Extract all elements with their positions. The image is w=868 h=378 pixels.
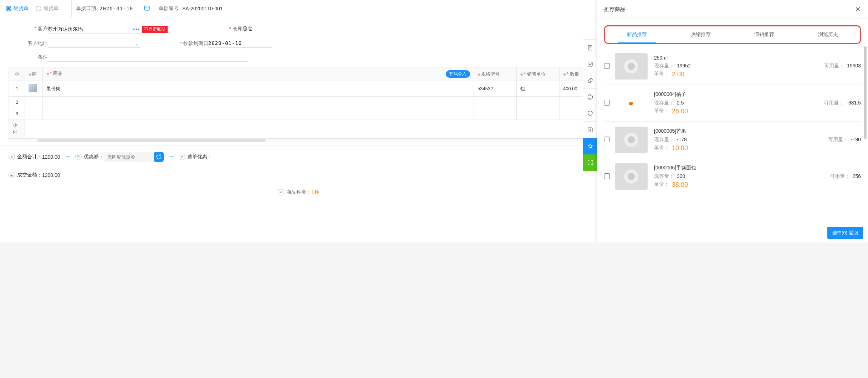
vertical-scrollbar[interactable]	[864, 46, 867, 139]
product-image	[615, 127, 648, 153]
product-row[interactable]: [0000004]橘子 现存量：2.5 可用量：-681.5 单价：28.00	[604, 85, 861, 122]
select-return-button[interactable]: 选中(0) 返回	[827, 227, 863, 239]
row-image	[25, 108, 43, 119]
sort-icon[interactable]: ◆	[46, 71, 49, 76]
due-date-input[interactable]	[208, 39, 272, 48]
row-unit[interactable]	[517, 97, 560, 108]
gear-icon[interactable]: ⚙	[15, 71, 19, 77]
table-row[interactable]: 1 果倍爽 534532 包 400.00	[9, 81, 588, 97]
recommend-drawer: 推荐商品 ✕ 新品推荐热销推荐滞销推荐浏览历史 250ml 现存量：19952 …	[597, 0, 868, 242]
col-unit: 销售单位	[524, 71, 546, 77]
product-list[interactable]: 250ml 现存量：19952 可用量：19903 单价：2.00 [00000…	[597, 48, 868, 223]
chart-icon[interactable]	[583, 56, 597, 72]
price-label: 单价：	[654, 108, 669, 115]
row-product[interactable]	[43, 97, 474, 108]
scan-input-button[interactable]: 扫码录入	[446, 70, 470, 78]
product-image	[615, 90, 648, 116]
more-icon[interactable]: •••	[133, 26, 141, 32]
row-unit[interactable]	[517, 108, 560, 119]
doc-date-field[interactable]: 单据日期 2020-01-10	[72, 5, 154, 12]
sort-icon[interactable]: ◆	[29, 72, 31, 76]
row-index: 1	[9, 81, 25, 97]
address-input[interactable]	[48, 39, 141, 48]
currency-icon[interactable]	[583, 122, 597, 138]
sort-icon[interactable]: ◆	[520, 72, 523, 76]
drawer-title: 推荐商品	[604, 6, 626, 13]
product-checkbox[interactable]	[604, 63, 610, 69]
recommend-tab[interactable]: 新品推荐	[605, 26, 669, 43]
radio-sales-order[interactable]: 销货单	[6, 5, 29, 12]
radio-return-order[interactable]: 退货单	[36, 5, 58, 12]
stock-value: -178	[677, 137, 687, 143]
row-product[interactable]: 果倍爽	[43, 81, 474, 97]
product-checkbox[interactable]	[604, 137, 610, 142]
horizontal-scrollbar[interactable]	[9, 138, 588, 142]
customer-label: 客户	[9, 24, 48, 32]
due-date-label: 收款到期日	[169, 39, 208, 47]
swap-icon[interactable]	[583, 89, 597, 105]
side-toolbar	[583, 39, 597, 171]
refresh-icon[interactable]	[154, 152, 164, 162]
radio-icon	[36, 6, 41, 11]
product-row[interactable]: 250ml 现存量：19952 可用量：19903 单价：2.00	[604, 48, 861, 85]
list-icon: ≡	[278, 189, 284, 195]
coupon-input[interactable]	[104, 152, 154, 162]
coupon-icon: 券	[75, 154, 82, 160]
row-spec[interactable]: 534532	[474, 81, 517, 97]
svg-point-8	[631, 102, 632, 102]
product-name: [0000006]手撕面包	[654, 165, 861, 171]
row-index: 2	[9, 97, 25, 108]
customer-input[interactable]	[48, 25, 141, 34]
credit-term-badge: 不固定账期	[142, 26, 168, 33]
stock-label: 现存量：	[654, 63, 674, 69]
stock-value: 2.5	[677, 100, 684, 106]
sort-icon[interactable]: ◆	[563, 72, 566, 76]
product-row[interactable]: [0000005]芒果 现存量：-178 可用量：-190 单价：10.00	[604, 122, 861, 158]
warehouse-input[interactable]	[242, 24, 305, 33]
avail-value: 256	[853, 173, 861, 180]
col-qty: 数量	[567, 71, 579, 77]
svg-point-7	[630, 103, 632, 105]
recommend-tab[interactable]: 浏览历史	[796, 26, 860, 43]
price-value: 28.00	[672, 108, 688, 115]
price-label: 单价：	[654, 71, 669, 78]
table-row[interactable]: 3	[9, 108, 588, 119]
row-spec[interactable]	[474, 97, 517, 108]
chevron-down-icon[interactable]: ⌄	[135, 41, 139, 47]
star-icon[interactable]	[583, 138, 597, 154]
price-value: 10.00	[672, 144, 688, 152]
calendar-icon[interactable]	[144, 5, 150, 12]
col-image: 商	[32, 71, 37, 77]
product-checkbox[interactable]	[604, 173, 610, 179]
product-row[interactable]: [0000006]手撕面包 现存量：300 可用量：256 单价：38.00	[604, 158, 861, 195]
table-row[interactable]: 2	[9, 97, 588, 108]
avail-value: -681.5	[847, 100, 861, 106]
product-checkbox[interactable]	[604, 100, 610, 106]
row-spec[interactable]	[474, 108, 517, 119]
recommend-tab[interactable]: 滞销推荐	[732, 26, 796, 43]
doc-date-label: 单据日期	[76, 5, 96, 12]
coupon-label: 优惠券：	[84, 154, 104, 160]
expand-icon[interactable]	[583, 154, 597, 171]
doc-number-value: SA-20200110-001	[182, 6, 225, 11]
recommend-tab[interactable]: 热销推荐	[669, 26, 733, 43]
amount-label: 金额合计：	[17, 154, 42, 160]
radio-icon	[6, 6, 11, 11]
row-unit[interactable]: 包	[517, 81, 560, 97]
stock-label: 现存量：	[654, 100, 674, 106]
shield-icon[interactable]	[583, 105, 597, 122]
close-icon[interactable]: ✕	[855, 5, 861, 14]
remark-input[interactable]	[48, 53, 247, 62]
deal-value: 1200.00	[42, 172, 60, 178]
price-label: 单价：	[654, 144, 669, 152]
discount-icon: ⊘	[179, 154, 185, 160]
remark-label: 备注	[9, 53, 48, 61]
link-icon[interactable]	[583, 72, 597, 89]
doc-type-tabs: 销货单 退货单	[0, 0, 72, 17]
deal-icon: ◈	[9, 172, 15, 178]
stock-value: 300	[677, 173, 685, 180]
row-product[interactable]	[43, 108, 474, 119]
notes-icon[interactable]	[583, 40, 597, 56]
kinds-label: 商品种类：	[286, 189, 311, 195]
sort-icon[interactable]: ◆	[478, 72, 480, 76]
